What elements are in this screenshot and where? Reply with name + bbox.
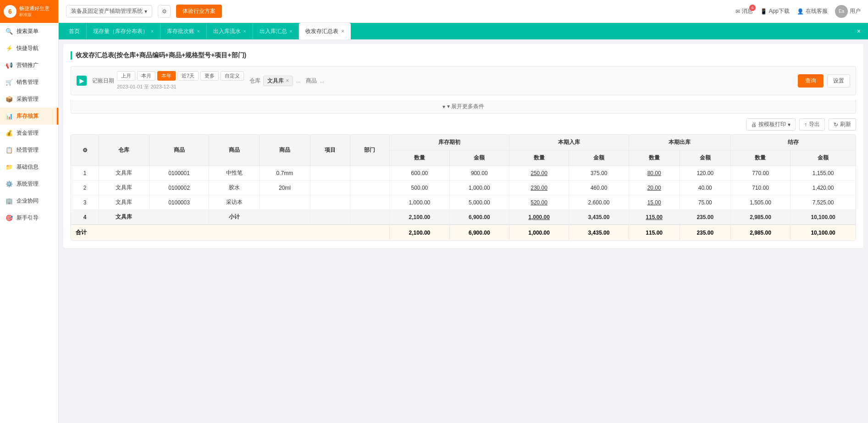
- date-filter-group: 记账日期 上月本月本年近7天更多自定义 2023-01-01 至 2023-12…: [92, 71, 244, 90]
- total-label: 合计: [71, 225, 390, 240]
- tab-inventory-dist[interactable]: 现存量（库存分布表）×: [87, 23, 160, 39]
- sidebar-item-purchase[interactable]: 📦采购管理: [0, 91, 58, 108]
- total-in-amt: 3,435.00: [569, 225, 629, 240]
- sidebar-item-marketing[interactable]: 📢营销推广: [0, 57, 58, 74]
- col-group-balance: 结存: [730, 135, 856, 150]
- cell-in-qty-0[interactable]: 250.00: [509, 166, 569, 181]
- inventory-icon: 📊: [6, 113, 13, 120]
- tab-batch[interactable]: 库存批次账×: [160, 23, 207, 39]
- sidebar-item-business[interactable]: 📋经营管理: [0, 142, 58, 159]
- subtotal-out-qty[interactable]: 115.00: [629, 210, 680, 225]
- print-button[interactable]: 🖨 按模板打印 ▾: [746, 118, 796, 131]
- date-btn-自定义[interactable]: 自定义: [221, 71, 244, 81]
- app-download-button[interactable]: 📱 App下载: [760, 7, 790, 15]
- tab-close-in-out-summary[interactable]: ×: [290, 29, 293, 34]
- sidebar-item-inventory[interactable]: 📊库存核算: [0, 108, 58, 125]
- warehouse-tag[interactable]: 文具库 ×: [263, 76, 293, 86]
- total-opening-qty: 2,100.00: [390, 225, 449, 240]
- tab-in-out-summary[interactable]: 出入库汇总×: [253, 23, 299, 39]
- online-service-button[interactable]: 👤 在线客服: [797, 7, 828, 15]
- filter-expand-button[interactable]: ▶: [77, 76, 87, 86]
- cell-in-qty-2[interactable]: 520.00: [509, 195, 569, 210]
- tab-close-batch[interactable]: ×: [197, 29, 200, 34]
- col-gear[interactable]: ⚙: [71, 135, 99, 166]
- sidebar-item-quick-nav[interactable]: ⚡快捷导航: [0, 40, 58, 57]
- cell-out-qty-1[interactable]: 20.00: [629, 181, 680, 195]
- total-balance-qty: 2,985.00: [730, 225, 790, 240]
- sidebar-item-finance[interactable]: 💰资金管理: [0, 125, 58, 142]
- date-btn-更多[interactable]: 更多: [200, 71, 219, 81]
- cell-no-1: 2: [71, 181, 99, 195]
- system-dropdown[interactable]: 装备及固定资产辅助管理系统 ▾: [66, 5, 152, 17]
- refresh-button[interactable]: ↻ 刷新: [829, 118, 856, 131]
- col-balance-amt: 金额: [791, 150, 856, 166]
- main-area: 装备及固定资产辅助管理系统 ▾ ⚙ 体验行业方案 ✉ 消息 6 📱 App下载 …: [59, 0, 868, 423]
- marketing-icon: 📢: [6, 62, 13, 69]
- col-group-out: 本期出库: [629, 135, 730, 150]
- sidebar-item-system[interactable]: ⚙️系统管理: [0, 176, 58, 192]
- cell-out-qty-2[interactable]: 15.00: [629, 195, 680, 210]
- expand-more-icon: ▾: [442, 104, 445, 110]
- subtotal-dept: [350, 210, 390, 225]
- subtotal-name: 小计: [209, 210, 260, 225]
- user-label: 用户: [850, 7, 861, 15]
- sidebar-item-guide[interactable]: 🎯新手引导: [0, 209, 58, 226]
- print-icon: 🖨: [751, 121, 757, 128]
- warehouse-filter: 仓库 文具库 × ...: [249, 76, 300, 86]
- tab-close-recv-send-summary[interactable]: ×: [341, 29, 344, 34]
- data-table: ⚙ 仓库 商品 商品 商品 项目 部门 库存期初 本期入库 本期出库 结存: [71, 135, 856, 240]
- sidebar-item-search[interactable]: 🔍搜索菜单: [0, 23, 58, 40]
- tabbar-close-button[interactable]: ×: [853, 27, 864, 35]
- warehouse-more-dots[interactable]: ...: [296, 77, 300, 84]
- trial-button[interactable]: 体验行业方案: [176, 5, 222, 18]
- online-service-label: 在线客服: [806, 7, 828, 15]
- basic-info-icon: 📁: [6, 164, 13, 171]
- tab-recv-send-summary[interactable]: 收发存汇总表×: [299, 23, 351, 39]
- sidebar-item-enterprise[interactable]: 🏢企业协同: [0, 192, 58, 209]
- tab-in-out-flow[interactable]: 出入库流水×: [207, 23, 253, 39]
- expand-more-button[interactable]: ▾ ▾ 展开更多条件: [442, 103, 484, 110]
- total-row: 合计 2,100.00 6,900.00 1,000.00 3,435.00 1…: [71, 225, 856, 240]
- purchase-icon: 📦: [6, 96, 13, 103]
- date-btn-本月[interactable]: 本月: [137, 71, 155, 81]
- col-in-amt: 金额: [569, 150, 629, 166]
- query-button[interactable]: 查询: [798, 74, 824, 88]
- cell-warehouse-0: 文具库: [99, 166, 149, 181]
- cell-code-2: 0100003: [149, 195, 209, 210]
- tab-close-inventory-dist[interactable]: ×: [151, 29, 154, 34]
- goods-label: 商品: [306, 77, 317, 85]
- cell-spec-1: 20ml: [259, 181, 310, 195]
- export-button[interactable]: ↑ 导出: [799, 118, 825, 131]
- date-btn-近7天[interactable]: 近7天: [177, 71, 199, 81]
- tab-close-in-out-flow[interactable]: ×: [243, 29, 246, 34]
- cell-opening-amt-2: 5,000.00: [449, 195, 509, 210]
- cell-out-qty-0[interactable]: 80.00: [629, 166, 680, 181]
- message-button[interactable]: ✉ 消息 6: [735, 7, 753, 15]
- date-btn-上月[interactable]: 上月: [117, 71, 135, 81]
- expand-more-label: ▾ 展开更多条件: [447, 103, 484, 110]
- sidebar-item-basic-info[interactable]: 📁基础信息: [0, 159, 58, 176]
- cell-project-1: [310, 181, 350, 195]
- cell-name-0: 中性笔: [209, 166, 260, 181]
- date-btn-本年[interactable]: 本年: [157, 71, 176, 81]
- subtotal-no: 4: [71, 210, 99, 225]
- logo-name: 畅捷通好生意: [19, 5, 50, 12]
- col-goods-code: 商品: [149, 135, 209, 166]
- goods-more-dots[interactable]: ...: [320, 77, 324, 84]
- tab-bar: 首页现存量（库存分布表）×库存批次账×出入库流水×出入库汇总×收发存汇总表××: [59, 23, 868, 39]
- cell-in-qty-1[interactable]: 230.00: [509, 181, 569, 195]
- download-icon: 📱: [760, 8, 767, 15]
- subtotal-in-qty[interactable]: 1,000.00: [509, 210, 569, 225]
- cell-project-2: [310, 195, 350, 210]
- gear-button[interactable]: ⚙: [158, 5, 171, 18]
- settings-button[interactable]: 设置: [827, 74, 850, 88]
- col-balance-qty: 数量: [730, 150, 790, 166]
- cell-balance-amt-1: 1,420.00: [791, 181, 856, 195]
- user-avatar: Ea: [835, 5, 848, 18]
- warehouse-tag-close-icon[interactable]: ×: [286, 77, 289, 84]
- date-filter-label: 记账日期: [92, 77, 114, 85]
- sidebar-item-sales[interactable]: 🛒销售管理: [0, 74, 58, 91]
- sidebar-item-label-guide: 新手引导: [17, 214, 39, 222]
- tab-home[interactable]: 首页: [62, 23, 87, 39]
- user-menu[interactable]: Ea 用户: [835, 5, 861, 18]
